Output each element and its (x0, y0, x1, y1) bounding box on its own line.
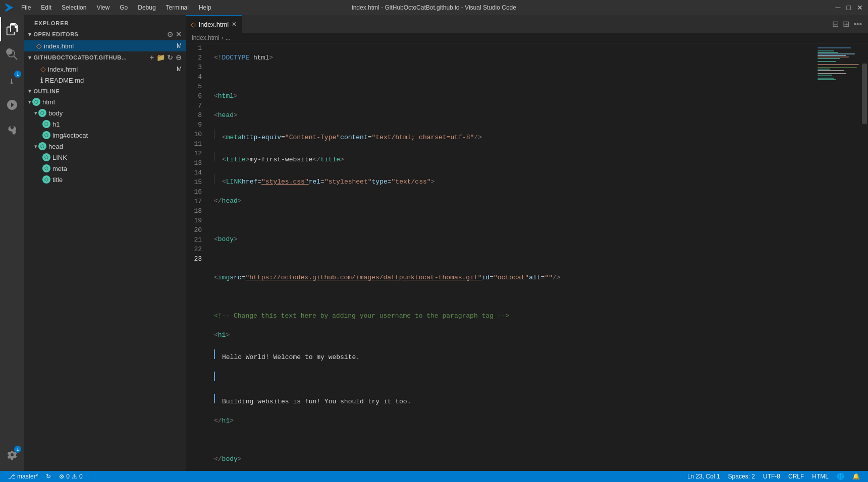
toggle-panel-icon[interactable]: ⊞ (843, 19, 849, 29)
breadcrumb-more[interactable]: ... (226, 34, 231, 41)
link-element-icon: ⬡ (42, 153, 50, 161)
h1-element-icon: ⬡ (42, 120, 50, 128)
outline-img[interactable]: ⬡ img#octocat (24, 130, 186, 141)
close-all-icon[interactable]: ✕ (176, 30, 182, 38)
outline-title[interactable]: ⬡ title (24, 174, 186, 185)
activity-search[interactable] (0, 42, 24, 67)
img-element-icon: ⬡ (42, 131, 50, 139)
outline-section: ▾ Outline ▾ ⬡ html ▾ ⬡ body ⬡ (24, 86, 186, 471)
menu-help[interactable]: Help (195, 3, 215, 12)
minimize-button[interactable]: ─ (836, 4, 841, 12)
code-line-17 (214, 372, 816, 384)
menu-selection[interactable]: Selection (58, 3, 90, 12)
errors-status[interactable]: ⊗ 0 ⚠ 0 (55, 471, 86, 482)
activity-debug[interactable] (0, 93, 24, 117)
cursor-position-status[interactable]: Ln 23, Col 1 (683, 473, 724, 480)
new-file-icon[interactable]: + (150, 53, 154, 62)
activity-extensions[interactable] (0, 118, 24, 142)
outline-header[interactable]: ▾ Outline (24, 86, 186, 96)
html-icon: ◇ (40, 65, 46, 73)
open-editors-actions: ⊙ ✕ (167, 30, 182, 38)
globe-icon: 🌐 (837, 473, 844, 480)
collapse-all-icon[interactable]: ⊖ (176, 53, 182, 62)
activity-source-control[interactable]: 1 (0, 68, 24, 92)
body-element-icon: ⬡ (38, 109, 46, 117)
code-line-3: <html> (214, 91, 816, 101)
activity-bar: 1 1 (0, 15, 24, 471)
code-line-8: </head> (214, 196, 816, 206)
code-line-6: <title>my-first-website</title> (214, 152, 816, 164)
code-editor[interactable]: <!DOCTYPE html> <html> <head> <meta http… (206, 43, 816, 471)
main-layout: 1 1 Explorer ▾ Open Editors (0, 15, 868, 471)
outline-body[interactable]: ▾ ⬡ body (24, 107, 186, 118)
repo-tree: ◇ index.html M ℹ README.md (24, 64, 186, 86)
info-icon: ℹ (40, 76, 43, 84)
sync-status[interactable]: ↻ (42, 471, 55, 482)
code-line-2 (214, 72, 816, 82)
menu-file[interactable]: File (17, 3, 35, 12)
repo-header[interactable]: ▾ GitHubOctoCatBot.Github... + 📁 ↻ ⊖ (24, 51, 186, 64)
tab-label: index.html (199, 21, 229, 28)
activity-settings[interactable]: 1 (0, 443, 24, 467)
line-numbers: 12345 678910 1112131415 1617181920 21222… (186, 43, 206, 471)
save-all-icon[interactable]: ⊙ (167, 30, 174, 38)
sidebar-title: Explorer (24, 15, 186, 28)
error-icon: ⊗ (59, 473, 64, 480)
outline-html[interactable]: ▾ ⬡ html (24, 96, 186, 107)
code-line-12: <img src="https://octodex.github.com/ima… (214, 273, 816, 282)
open-editor-index-html[interactable]: ◇ index.html M (24, 40, 186, 51)
split-editor-icon[interactable]: ⊟ (832, 19, 839, 29)
tab-close-button[interactable]: ✕ (232, 21, 237, 28)
new-folder-icon[interactable]: 📁 (156, 53, 166, 62)
more-actions-icon[interactable]: ••• (853, 20, 862, 29)
indent-status[interactable]: Spaces: 2 (724, 473, 759, 480)
code-line-10: <body> (214, 234, 816, 244)
repo-readme[interactable]: ℹ README.md (24, 75, 186, 86)
code-line-11 (214, 254, 816, 263)
code-line-14: <!-- Change this text here by adding you… (214, 311, 816, 321)
git-branch-status[interactable]: ⎇ master* (4, 471, 42, 482)
outline-head[interactable]: ▾ ⬡ head (24, 141, 186, 152)
remote-status[interactable]: 🌐 (833, 473, 848, 480)
menu-debug[interactable]: Debug (134, 3, 159, 12)
menu-view[interactable]: View (92, 3, 114, 12)
outline-link[interactable]: ⬡ LINK (24, 152, 186, 163)
svg-line-1 (14, 56, 17, 59)
sidebar: Explorer ▾ Open Editors ⊙ ✕ ◇ index.html… (24, 15, 186, 471)
notifications-status[interactable]: 🔔 (848, 473, 864, 480)
outline-meta[interactable]: ⬡ meta (24, 163, 186, 174)
tab-index-html[interactable]: ◇ index.html ✕ (186, 15, 242, 33)
meta-element-icon: ⬡ (42, 164, 50, 172)
maximize-button[interactable]: □ (847, 4, 851, 12)
title-element-icon: ⬡ (42, 175, 50, 184)
code-line-13 (214, 292, 816, 302)
editor-scrollbar[interactable] (861, 43, 868, 471)
scrollbar-thumb[interactable] (862, 64, 867, 124)
open-editors-header[interactable]: ▾ Open Editors ⊙ ✕ (24, 28, 186, 40)
outline-h1[interactable]: ⬡ h1 (24, 118, 186, 130)
menu-go[interactable]: Go (116, 3, 132, 12)
menu-edit[interactable]: Edit (37, 3, 56, 12)
code-line-7: <LINK href="styles.css" rel="stylesheet"… (214, 174, 816, 187)
editor-container: ◇ index.html ✕ ⊟ ⊞ ••• index.html › ... … (186, 15, 868, 471)
code-line-16: Hello World! Welcome to my website. (214, 349, 816, 362)
encoding-status[interactable]: UTF-8 (759, 473, 784, 480)
close-button[interactable]: ✕ (857, 4, 863, 12)
code-line-1: <!DOCTYPE html> (214, 53, 816, 63)
language-status[interactable]: HTML (808, 473, 833, 480)
tab-html-icon: ◇ (191, 21, 196, 28)
refresh-icon[interactable]: ↻ (167, 53, 174, 62)
window-controls: ─ □ ✕ (836, 4, 863, 12)
line-ending-status[interactable]: CRLF (784, 473, 808, 480)
editor-main: 12345 678910 1112131415 1617181920 21222… (186, 43, 868, 471)
title-bar-left: File Edit Selection View Go Debug Termin… (5, 3, 215, 12)
breadcrumb-file[interactable]: index.html (192, 34, 220, 41)
code-line-20 (214, 435, 816, 445)
source-control-badge: 1 (14, 71, 21, 78)
activity-explorer[interactable] (0, 17, 24, 41)
code-line-18: Building websites is fun! You should try… (214, 394, 816, 406)
menu-terminal[interactable]: Terminal (162, 3, 193, 12)
code-line-5: <meta http-equiv="Content-Type" content=… (214, 130, 816, 142)
repo-index-html[interactable]: ◇ index.html M (24, 64, 186, 75)
head-element-icon: ⬡ (38, 142, 46, 150)
